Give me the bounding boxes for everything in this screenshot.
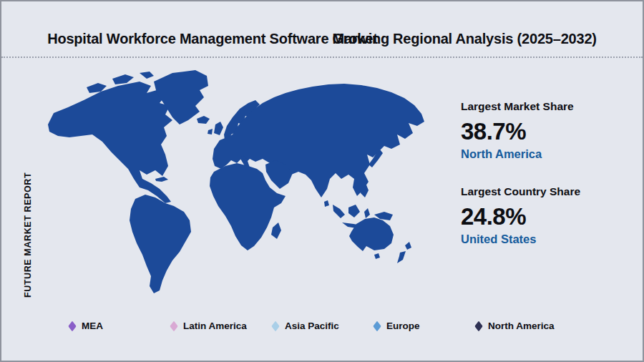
legend-diamond-icon — [474, 321, 482, 331]
legend-diamond-icon — [373, 321, 381, 331]
legend-item-asia-pacific: Asia Pacific — [273, 321, 374, 331]
map-sri-lanka — [324, 200, 329, 207]
stat-largest-country-share: Largest Country Share 24.8% United State… — [461, 185, 640, 246]
brand-watermark: FUTURE MARKET REPORT — [23, 167, 33, 298]
legend-diamond-icon — [170, 321, 177, 331]
stat-value: 38.7% — [461, 118, 640, 145]
stat-region: North America — [461, 147, 640, 161]
map-tasmania — [374, 253, 380, 259]
map-madagascar — [271, 222, 281, 239]
legend-item-europe: Europe — [374, 321, 476, 331]
legend-item-north-america: North America — [476, 321, 577, 331]
map-new-zealand — [397, 242, 411, 263]
title-overlap-growing: Growing — [332, 31, 389, 47]
world-map-svg — [43, 66, 445, 309]
world-map-landmass — [48, 70, 424, 293]
stat-region: United States — [461, 233, 640, 246]
legend-label: North America — [488, 321, 555, 331]
legend-label: Asia Pacific — [285, 321, 339, 331]
world-map — [43, 66, 445, 309]
stat-largest-market-share: Largest Market Share 38.7% North America — [461, 100, 640, 161]
title-part-2: Regional Analysis (2025–2032) — [393, 31, 597, 47]
map-uk — [208, 122, 223, 135]
stat-label: Largest Country Share — [461, 185, 640, 198]
legend-label: Latin America — [183, 321, 247, 331]
title-overlap-group: Market Growing — [332, 31, 389, 47]
stats-panel: Largest Market Share 38.7% North America… — [461, 100, 640, 246]
map-caribbean — [155, 177, 168, 182]
page-title: Hospital Workforce Management Software M… — [1, 31, 643, 47]
map-legend: MEA Latin America Asia Pacific Europe No… — [69, 321, 577, 331]
map-australia — [349, 217, 394, 251]
legend-diamond-icon — [68, 321, 76, 331]
dotted-divider — [1, 57, 643, 58]
stat-value: 24.8% — [461, 203, 640, 230]
legend-diamond-icon — [271, 321, 279, 331]
map-north-america — [48, 82, 172, 203]
legend-label: Europe — [386, 321, 420, 331]
infographic-page: Hospital Workforce Management Software M… — [0, 0, 644, 362]
map-south-america — [130, 195, 191, 293]
legend-item-mea: MEA — [69, 321, 171, 331]
map-iceland — [197, 116, 210, 124]
legend-item-latin-america: Latin America — [171, 321, 273, 331]
legend-label: MEA — [82, 321, 103, 331]
title-part-1: Hospital Workforce Management Software — [47, 31, 328, 47]
stat-label: Largest Market Share — [461, 100, 640, 113]
